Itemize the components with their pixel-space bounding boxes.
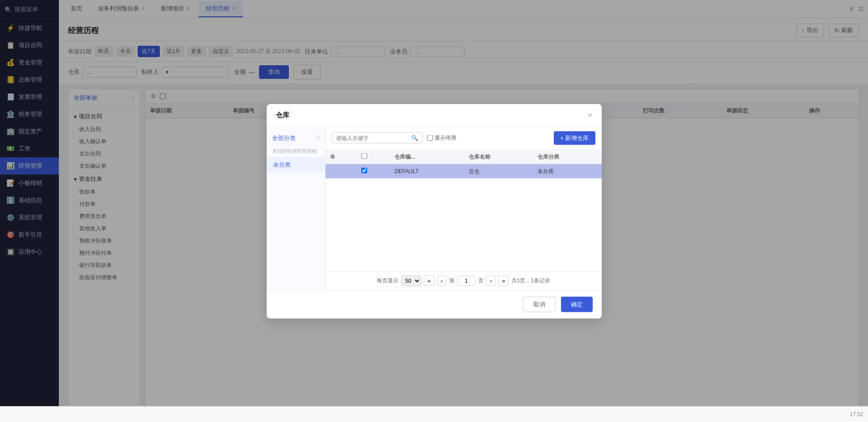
per-page-label-modal: 每页显示	[377, 277, 398, 285]
modal-header: 仓库 ×	[267, 104, 602, 126]
warehouse-modal: 仓库 × 全部分类 《 未找到任何经营历程 未分类 🔍 显示	[267, 104, 602, 318]
row-code: DEFAULT	[390, 164, 464, 179]
all-categories-label[interactable]: 全部分类	[272, 134, 296, 142]
modal-toolbar: 🔍 显示停用 + 新增仓库	[326, 126, 602, 150]
modal-col-name: 仓库名称	[464, 150, 533, 164]
modal-footer: 取消 确定	[267, 290, 602, 318]
modal-search-input[interactable]	[336, 135, 411, 141]
modal-col-category: 仓库分类	[533, 150, 602, 164]
modal-col-check	[357, 150, 390, 164]
modal-col-code: 仓库编...	[390, 150, 464, 164]
last-page-btn[interactable]: »	[498, 276, 508, 286]
modal-table-wrap: ⚙ 仓库编... 仓库名称 仓库分类 DEFAULT 总仓	[326, 150, 602, 271]
modal-body: 全部分类 《 未找到任何经营历程 未分类 🔍 显示停用 + 新增仓库	[267, 126, 602, 290]
cancel-button[interactable]: 取消	[523, 296, 556, 312]
modal-category-unclassified[interactable]: 未分类	[267, 157, 325, 172]
modal-left-header: 全部分类 《	[267, 131, 325, 145]
prev-page-btn[interactable]: ‹	[437, 276, 446, 286]
row-category: 未分类	[533, 164, 602, 179]
modal-left-no-found: 未找到任何经营历程	[267, 145, 325, 157]
category-label: 未分类	[273, 161, 291, 168]
modal-col-settings: ⚙	[326, 150, 357, 164]
row-name: 总仓	[464, 164, 533, 179]
row-check[interactable]	[357, 164, 390, 179]
taskbar: 17:52	[0, 406, 868, 422]
add-warehouse-button[interactable]: + 新增仓库	[554, 131, 595, 145]
next-page-btn[interactable]: ›	[486, 276, 495, 286]
left-collapse-btn[interactable]: 《	[314, 134, 320, 142]
modal-warehouse-table: ⚙ 仓库编... 仓库名称 仓库分类 DEFAULT 总仓	[326, 150, 602, 179]
total-modal: 共1页，1条记录	[512, 277, 550, 285]
modal-search-wrap[interactable]: 🔍	[332, 132, 422, 144]
modal-title: 仓库	[276, 111, 289, 119]
show-disabled-wrap: 显示停用	[427, 134, 456, 142]
modal-right-panel: 🔍 显示停用 + 新增仓库 ⚙ 仓库编... 仓库名称	[326, 126, 602, 290]
row-settings	[326, 164, 357, 179]
modal-left-panel: 全部分类 《 未找到任何经营历程 未分类	[267, 126, 326, 290]
page-input-modal[interactable]	[457, 276, 475, 286]
modal-close-button[interactable]: ×	[588, 110, 593, 120]
show-disabled-label: 显示停用	[435, 134, 456, 142]
confirm-button[interactable]: 确定	[561, 296, 593, 312]
taskbar-time: 17:52	[850, 411, 863, 417]
search-icon: 🔍	[411, 135, 418, 141]
page-suffix-modal: 页	[478, 277, 484, 285]
first-page-btn[interactable]: «	[424, 276, 434, 286]
modal-pagination: 每页显示 50 « ‹ 第 页 › » 共1页，1条记录	[326, 271, 602, 290]
show-disabled-checkbox[interactable]	[427, 135, 433, 141]
row-checkbox[interactable]	[361, 168, 367, 174]
page-label-modal: 第	[449, 277, 455, 285]
modal-select-all[interactable]	[361, 153, 367, 159]
table-row[interactable]: DEFAULT 总仓 未分类	[326, 164, 602, 179]
modal-per-page-select[interactable]: 50	[401, 275, 421, 286]
